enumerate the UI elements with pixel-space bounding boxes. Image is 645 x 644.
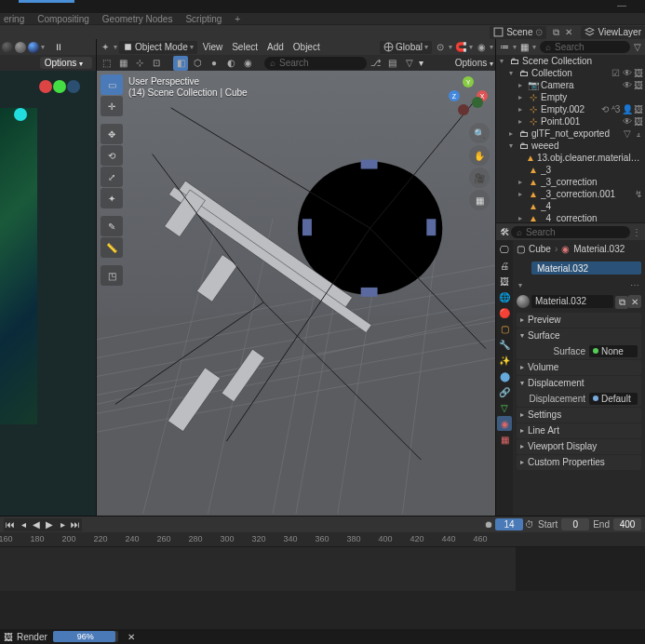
panel-header-viewport-display[interactable]: ▸Viewport Display <box>517 439 641 454</box>
tab-physics[interactable]: ⬤ <box>497 369 512 383</box>
snap-icon[interactable]: 🧲 <box>454 41 467 54</box>
tab-compositing[interactable]: Compositing <box>34 14 93 24</box>
select-visible-icon[interactable]: ⬚ <box>99 56 114 71</box>
tab-viewlayer[interactable]: 🖼 <box>497 274 512 288</box>
tab-scene[interactable]: 🌐 <box>497 289 512 304</box>
outliner-row[interactable]: ▾🗀weeed <box>496 140 645 152</box>
surface-value[interactable]: None <box>589 345 638 357</box>
menu-object[interactable]: Object <box>289 42 324 52</box>
chevron-down-icon[interactable]: ▾ <box>114 43 117 51</box>
add-workspace-button[interactable]: + <box>231 14 244 24</box>
tool-add-cube[interactable]: ◳ <box>101 265 123 286</box>
tab-texture[interactable]: ▦ <box>497 432 512 447</box>
timeline-ruler[interactable]: 1601802002202402602803003203403603804004… <box>0 532 645 547</box>
outliner[interactable]: ▾🗀 Scene Collection ▾🗀Collection☑👁🖼▸📷Cam… <box>496 55 645 222</box>
outliner-row[interactable]: ▲13.obj.cleaner.materialmerger.gles <box>496 152 645 164</box>
play-button[interactable]: ▶ <box>43 518 56 531</box>
shading-wire-icon[interactable]: ⬡ <box>190 56 205 71</box>
minimize-icon[interactable]: — <box>617 0 626 13</box>
shading-solid-icon[interactable]: ● <box>207 56 222 71</box>
panel-header-settings[interactable]: ▸Settings <box>517 408 641 423</box>
image-editor-viewport[interactable] <box>0 71 96 516</box>
tab-world[interactable]: 🔴 <box>497 305 512 320</box>
restrict-toggles[interactable]: ☑👁🖼 <box>611 68 645 78</box>
outliner-root[interactable]: ▾🗀 Scene Collection <box>496 55 645 67</box>
axis-z-icon[interactable]: Z <box>449 90 460 101</box>
material-slot[interactable]: Material.032 <box>531 262 641 275</box>
proportional-icon[interactable]: ◉ <box>475 41 488 54</box>
axis-neg-y-icon[interactable] <box>472 97 483 108</box>
tab-modifiers[interactable]: 🔧 <box>497 337 512 352</box>
menu-select[interactable]: Select <box>228 42 262 52</box>
restrict-toggles[interactable]: ↯ <box>633 189 645 199</box>
outliner-row[interactable]: ▲_4 <box>496 200 645 212</box>
outliner-row[interactable]: ▲_3 <box>496 164 645 176</box>
restrict-toggles[interactable]: ▽₄ <box>622 128 645 139</box>
next-key-button[interactable]: ▸ <box>56 518 69 531</box>
select-all-icon[interactable]: ▦ <box>115 56 130 71</box>
panel-header-lineart[interactable]: ▸Line Art <box>517 423 641 438</box>
crumb-material[interactable]: Material.032 <box>573 244 625 254</box>
outliner-row[interactable]: ▾🗀Collection☑👁🖼 <box>496 67 645 79</box>
panel-header-volume[interactable]: ▸Volume <box>517 360 641 375</box>
overlay-toggle-icon[interactable]: ⊡ <box>149 56 164 71</box>
unlink-material-button[interactable]: ✕ <box>628 295 641 308</box>
filter-icon[interactable]: ▽ <box>634 42 641 52</box>
orientation-selector[interactable]: Global ▾ <box>380 41 432 54</box>
panel-header-custom-properties[interactable]: ▸Custom Properties <box>517 455 641 470</box>
restrict-toggles[interactable]: ⟲ᴬ3👤🖼 <box>599 104 645 114</box>
outliner-row[interactable]: ▸▲_4_correction <box>496 212 645 222</box>
xray-toggle-icon[interactable]: ◧ <box>173 56 188 71</box>
material-preview-icon[interactable] <box>517 295 530 308</box>
tool-transform[interactable]: ✦ <box>101 188 123 208</box>
slot-menu-icon[interactable]: ⋯ <box>630 280 639 290</box>
sync-icon[interactable]: ⏱ <box>525 519 534 530</box>
tab-render[interactable]: 🖵 <box>497 242 512 257</box>
tab-particles[interactable]: ✨ <box>497 353 512 368</box>
cancel-render-button[interactable]: ✕ <box>124 632 139 642</box>
outliner-row[interactable]: ▸📷Camera👁🖼 <box>496 79 645 91</box>
scene-selector[interactable]: Scene ⊙ <box>490 26 546 39</box>
outliner-row[interactable]: ▸⊹Empty <box>496 91 645 103</box>
play-reverse-button[interactable]: ◀ <box>30 518 43 531</box>
shading-render-icon[interactable]: ◉ <box>240 56 255 71</box>
funnel-icon[interactable]: ▽ <box>402 56 417 71</box>
outliner-row[interactable]: ▸▲_3_correction <box>496 176 645 188</box>
restrict-toggles[interactable]: 👁🖼 <box>622 116 645 127</box>
tab-scripting[interactable]: Scripting <box>181 14 225 24</box>
tab-material[interactable]: ◉ <box>497 416 512 431</box>
menu-add[interactable]: Add <box>263 42 288 52</box>
display-mode-icon[interactable]: ▦ <box>520 42 529 52</box>
viewport-search[interactable]: ⌕ Search <box>264 57 367 70</box>
new-material-button[interactable]: ⧉ <box>615 296 628 309</box>
navigation-gizmo[interactable]: Y X Z <box>449 76 488 115</box>
tool-measure[interactable]: 📏 <box>101 237 123 258</box>
options-icon[interactable]: ⋮ <box>632 227 641 237</box>
tool-scale[interactable]: ⤢ <box>101 167 123 187</box>
current-frame-field[interactable]: 14 <box>495 518 523 530</box>
crumb-object[interactable]: Cube <box>529 244 551 254</box>
tab-constraints[interactable]: 🔗 <box>497 384 512 399</box>
chevron-down-icon[interactable]: ▾ <box>41 43 45 51</box>
pan-button[interactable]: ✋ <box>469 145 490 166</box>
outliner-row[interactable]: ▸⊹Empty.002⟲ᴬ3👤🖼 <box>496 103 645 115</box>
panel-header-preview[interactable]: ▸Preview <box>517 313 641 328</box>
tab-data[interactable]: ▽ <box>497 400 512 415</box>
restrict-toggles[interactable]: 👁🖼 <box>622 80 645 90</box>
properties-search[interactable]: ⌕Search <box>511 226 630 238</box>
new-scene-button[interactable]: ⧉ <box>550 27 562 38</box>
axis-neg-x-icon[interactable] <box>458 104 469 115</box>
restrict-toggle-icon[interactable]: ▤ <box>385 56 400 71</box>
outliner-search[interactable]: ⌕Search <box>540 41 630 53</box>
tool-annotate[interactable]: ✎ <box>101 216 123 236</box>
outliner-row[interactable]: ▸🗀glTF_not_exported▽₄ <box>496 127 645 140</box>
viewlayer-selector[interactable]: ViewLayer <box>581 26 645 39</box>
image-editor-header[interactable]: ▾ ⏸ <box>0 39 96 55</box>
shading-matprev-icon[interactable]: ◐ <box>223 56 238 71</box>
panel-header-surface[interactable]: ▾Surface <box>517 329 641 343</box>
jump-end-button[interactable]: ⏭ <box>69 518 82 531</box>
editor-type-icon[interactable] <box>2 42 13 53</box>
tool-rotate[interactable]: ⟲ <box>101 145 123 166</box>
autokey-icon[interactable]: ⏺ <box>484 519 493 530</box>
material-name-field[interactable]: Material.032 <box>531 295 613 308</box>
